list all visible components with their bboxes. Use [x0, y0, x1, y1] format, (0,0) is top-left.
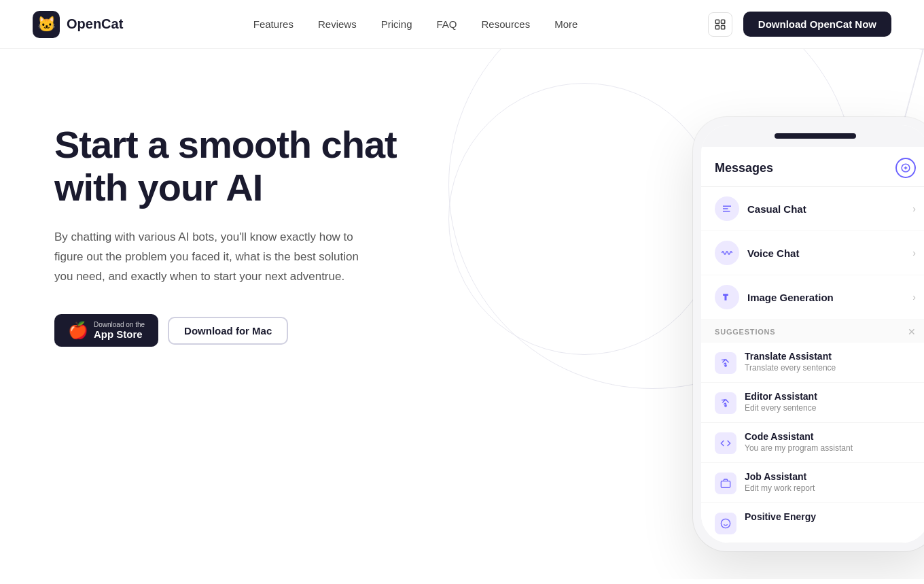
nav-icon-button[interactable] [708, 12, 732, 37]
casual-chat-icon [715, 196, 739, 221]
voice-chat-icon [715, 241, 739, 265]
nav-more[interactable]: More [554, 18, 578, 30]
suggestion-editor[interactable]: Editor Assistant Edit every sentence [701, 383, 924, 423]
appstore-button[interactable]: 🍎 Download on the App Store [54, 314, 158, 347]
nav-pricing[interactable]: Pricing [381, 18, 412, 30]
suggestions-label: SUGGESTIONS [715, 328, 775, 336]
job-text: Job Assistant Edit my work report [745, 471, 916, 493]
messages-title: Messages [715, 161, 773, 175]
nav-right: Download OpenCat Now [708, 12, 891, 37]
suggestion-code[interactable]: Code Assistant You are my program assist… [701, 423, 924, 463]
logo-link[interactable]: 🐱 OpenCat [33, 11, 123, 38]
logo-text: OpenCat [67, 16, 123, 32]
nav-download-button[interactable]: Download OpenCat Now [743, 12, 891, 37]
suggestion-translate[interactable]: Translate Assistant Translate every sent… [701, 343, 924, 383]
chat-item-voice[interactable]: Voice Chat › [701, 231, 924, 275]
phone-inner: Messages Casual Chat › [701, 125, 924, 543]
nav-reviews[interactable]: Reviews [318, 18, 357, 30]
bg-decoration-2 [448, 83, 720, 355]
phone-notch [775, 133, 856, 139]
editor-icon [715, 392, 736, 414]
phone-notch-area [701, 125, 924, 147]
svg-text:T: T [724, 293, 728, 301]
suggestion-job[interactable]: Job Assistant Edit my work report [701, 463, 924, 503]
svg-rect-0 [715, 20, 719, 23]
positive-text: Positive Energy [745, 511, 916, 523]
messages-header: Messages [701, 147, 924, 187]
casual-chat-chevron: › [912, 203, 916, 214]
suggestion-positive[interactable]: Positive Energy [701, 503, 924, 543]
hero-section: Start a smooth chat with your AI By chat… [0, 49, 924, 579]
featured-section: As featured in Forbes TCTechCrunch WIRED… [0, 579, 924, 584]
image-gen-label: Image Generation [747, 292, 912, 303]
phone-mockup: Messages Casual Chat › [693, 117, 924, 551]
appstore-big-text: App Store [94, 328, 145, 340]
phone-content: Messages Casual Chat › [701, 147, 924, 543]
svg-rect-1 [721, 20, 724, 23]
chat-item-casual[interactable]: Casual Chat › [701, 187, 924, 231]
hero-title: Start a smooth chat with your AI [54, 124, 435, 209]
svg-point-12 [721, 519, 730, 528]
phone-outer: Messages Casual Chat › [693, 117, 924, 551]
hero-description: By chatting with various AI bots, you'll… [54, 228, 380, 287]
svg-rect-2 [715, 25, 719, 29]
messages-add-button[interactable] [895, 158, 916, 178]
translate-icon [715, 352, 736, 374]
code-text: Code Assistant You are my program assist… [745, 431, 916, 453]
voice-chat-chevron: › [912, 247, 916, 258]
positive-icon [715, 513, 736, 534]
job-icon [715, 473, 736, 494]
code-icon [715, 432, 736, 454]
svg-rect-3 [721, 25, 724, 29]
image-gen-icon: T [715, 285, 739, 309]
translate-text: Translate Assistant Translate every sent… [745, 351, 916, 373]
nav-resources[interactable]: Resources [482, 18, 531, 30]
nav-links: Features Reviews Pricing FAQ Resources M… [253, 18, 578, 30]
editor-text: Editor Assistant Edit every sentence [745, 391, 916, 413]
voice-chat-label: Voice Chat [747, 247, 912, 259]
navbar: 🐱 OpenCat Features Reviews Pricing FAQ R… [0, 0, 924, 49]
suggestions-header: SUGGESTIONS ✕ [701, 320, 924, 343]
logo-icon: 🐱 [33, 11, 60, 38]
apple-icon: 🍎 [68, 321, 88, 340]
mac-download-button[interactable]: Download for Mac [168, 317, 288, 345]
suggestions-close-button[interactable]: ✕ [908, 326, 916, 337]
appstore-small-text: Download on the [94, 321, 145, 328]
hero-buttons: 🍎 Download on the App Store Download for… [54, 314, 435, 347]
nav-faq[interactable]: FAQ [437, 18, 457, 30]
image-gen-chevron: › [912, 292, 916, 303]
chat-item-image[interactable]: T Image Generation › [701, 275, 924, 320]
nav-features[interactable]: Features [253, 18, 294, 30]
hero-content: Start a smooth chat with your AI By chat… [54, 103, 435, 347]
casual-chat-label: Casual Chat [747, 203, 912, 215]
svg-rect-11 [721, 481, 730, 487]
